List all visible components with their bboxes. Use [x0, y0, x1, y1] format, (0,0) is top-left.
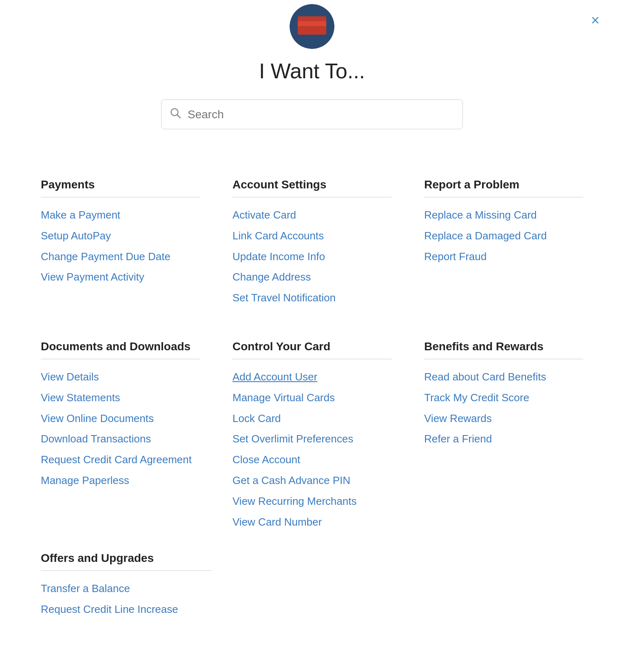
list-item: Replace a Damaged Card	[424, 226, 583, 245]
category-links-report-a-problem: Replace a Missing Card Replace a Damaged…	[424, 206, 583, 266]
category-account-settings: Account Settings Activate Card Link Card…	[216, 162, 408, 324]
link-view-details[interactable]: View Details	[41, 367, 200, 387]
list-item: Change Payment Due Date	[41, 247, 200, 266]
list-item: View Online Documents	[41, 409, 200, 428]
search-input-wrapper	[161, 99, 463, 129]
list-item: View Details	[41, 367, 200, 387]
link-view-statements[interactable]: View Statements	[41, 388, 200, 407]
link-read-about-card-benefits[interactable]: Read about Card Benefits	[424, 367, 583, 387]
list-item: Add Account User	[232, 367, 392, 387]
category-report-a-problem: Report a Problem Replace a Missing Card …	[408, 162, 600, 324]
category-title-payments: Payments	[41, 178, 200, 197]
link-set-travel-notification[interactable]: Set Travel Notification	[232, 288, 392, 307]
list-item: Lock Card	[232, 409, 392, 428]
link-download-transactions[interactable]: Download Transactions	[41, 429, 200, 449]
link-view-rewards[interactable]: View Rewards	[424, 409, 583, 428]
category-title-documents-downloads: Documents and Downloads	[41, 340, 200, 359]
category-links-account-settings: Activate Card Link Card Accounts Update …	[232, 206, 392, 307]
list-item: Read about Card Benefits	[424, 367, 583, 387]
page-title: I Want To...	[259, 59, 365, 83]
search-icon	[170, 107, 181, 122]
link-close-account[interactable]: Close Account	[232, 450, 392, 469]
list-item: Update Income Info	[232, 247, 392, 266]
list-item: Request Credit Card Agreement	[41, 450, 200, 469]
link-make-a-payment[interactable]: Make a Payment	[41, 206, 200, 225]
link-lock-card[interactable]: Lock Card	[232, 409, 392, 428]
link-manage-paperless[interactable]: Manage Paperless	[41, 471, 200, 490]
link-view-online-documents[interactable]: View Online Documents	[41, 409, 200, 428]
list-item: Close Account	[232, 450, 392, 469]
category-links-offers-upgrades: Transfer a Balance Request Credit Line I…	[41, 579, 212, 619]
link-view-recurring-merchants[interactable]: View Recurring Merchants	[232, 492, 392, 511]
list-item: View Recurring Merchants	[232, 492, 392, 511]
close-button[interactable]: ×	[591, 13, 600, 28]
list-item: Get a Cash Advance PIN	[232, 471, 392, 490]
list-item: Track My Credit Score	[424, 388, 583, 407]
category-links-benefits-rewards: Read about Card Benefits Track My Credit…	[424, 367, 583, 449]
list-item: Request Credit Line Increase	[41, 600, 212, 619]
avatar	[290, 4, 334, 49]
list-item: Set Travel Notification	[232, 288, 392, 307]
categories-grid: Payments Make a Payment Setup AutoPay Ch…	[24, 150, 600, 548]
link-update-income-info[interactable]: Update Income Info	[232, 247, 392, 266]
link-set-overlimit-preferences[interactable]: Set Overlimit Preferences	[232, 429, 392, 449]
list-item: View Rewards	[424, 409, 583, 428]
list-item: Transfer a Balance	[41, 579, 212, 598]
category-title-account-settings: Account Settings	[232, 178, 392, 197]
list-item: Manage Paperless	[41, 471, 200, 490]
list-item: Activate Card	[232, 206, 392, 225]
link-change-payment-due-date[interactable]: Change Payment Due Date	[41, 247, 200, 266]
category-title-report-a-problem: Report a Problem	[424, 178, 583, 197]
list-item: Make a Payment	[41, 206, 200, 225]
category-title-benefits-rewards: Benefits and Rewards	[424, 340, 583, 359]
category-links-payments: Make a Payment Setup AutoPay Change Paym…	[41, 206, 200, 287]
list-item: Refer a Friend	[424, 429, 583, 449]
category-links-documents-downloads: View Details View Statements View Online…	[41, 367, 200, 490]
page-container: × I Want To...	[0, 0, 624, 672]
link-request-credit-line-increase[interactable]: Request Credit Line Increase	[41, 600, 212, 619]
category-offers-upgrades: Offers and Upgrades Transfer a Balance R…	[24, 548, 228, 635]
search-input[interactable]	[188, 108, 454, 121]
link-setup-autopay[interactable]: Setup AutoPay	[41, 226, 200, 245]
category-payments: Payments Make a Payment Setup AutoPay Ch…	[24, 162, 216, 324]
category-links-control-your-card: Add Account User Manage Virtual Cards Lo…	[232, 367, 392, 531]
header-section: I Want To...	[24, 0, 600, 150]
category-title-control-your-card: Control Your Card	[232, 340, 392, 359]
search-container	[161, 99, 463, 129]
list-item: Report Fraud	[424, 247, 583, 266]
list-item: Change Address	[232, 267, 392, 287]
link-request-credit-card-agreement[interactable]: Request Credit Card Agreement	[41, 450, 200, 469]
link-activate-card[interactable]: Activate Card	[232, 206, 392, 225]
svg-line-4	[177, 115, 181, 118]
link-get-cash-advance-pin[interactable]: Get a Cash Advance PIN	[232, 471, 392, 490]
list-item: View Card Number	[232, 513, 392, 532]
link-report-fraud[interactable]: Report Fraud	[424, 247, 583, 266]
list-item: View Payment Activity	[41, 267, 200, 287]
link-manage-virtual-cards[interactable]: Manage Virtual Cards	[232, 388, 392, 407]
category-benefits-rewards: Benefits and Rewards Read about Card Ben…	[408, 324, 600, 548]
link-view-payment-activity[interactable]: View Payment Activity	[41, 267, 200, 287]
category-title-offers-upgrades: Offers and Upgrades	[41, 552, 212, 571]
list-item: Download Transactions	[41, 429, 200, 449]
list-item: View Statements	[41, 388, 200, 407]
link-transfer-a-balance[interactable]: Transfer a Balance	[41, 579, 212, 598]
link-replace-missing-card[interactable]: Replace a Missing Card	[424, 206, 583, 225]
category-control-your-card: Control Your Card Add Account User Manag…	[216, 324, 408, 548]
list-item: Setup AutoPay	[41, 226, 200, 245]
link-view-card-number[interactable]: View Card Number	[232, 513, 392, 532]
link-link-card-accounts[interactable]: Link Card Accounts	[232, 226, 392, 245]
link-track-my-credit-score[interactable]: Track My Credit Score	[424, 388, 583, 407]
category-documents-downloads: Documents and Downloads View Details Vie…	[24, 324, 216, 548]
list-item: Manage Virtual Cards	[232, 388, 392, 407]
list-item: Link Card Accounts	[232, 226, 392, 245]
list-item: Replace a Missing Card	[424, 206, 583, 225]
link-refer-a-friend[interactable]: Refer a Friend	[424, 429, 583, 449]
link-add-account-user[interactable]: Add Account User	[232, 367, 392, 387]
svg-rect-2	[298, 21, 326, 26]
link-change-address[interactable]: Change Address	[232, 267, 392, 287]
link-replace-damaged-card[interactable]: Replace a Damaged Card	[424, 226, 583, 245]
list-item: Set Overlimit Preferences	[232, 429, 392, 449]
